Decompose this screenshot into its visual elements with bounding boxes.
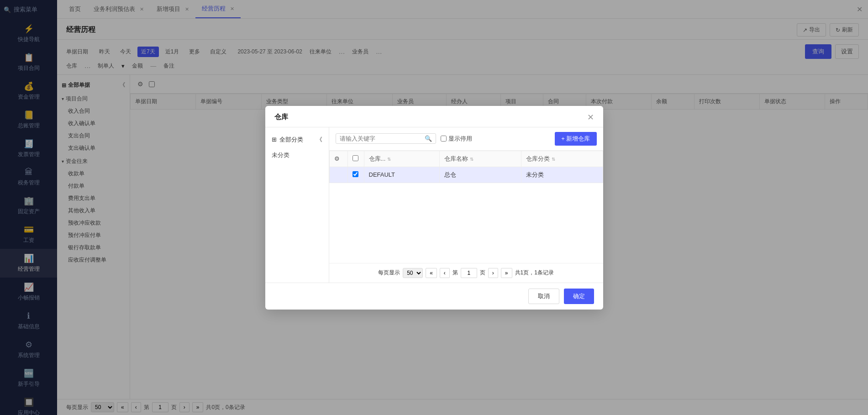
modal-search-icon: 🔍 xyxy=(425,135,432,142)
modal-page-pre: 第 xyxy=(452,269,458,277)
modal-row-name: 总仓 xyxy=(440,167,521,183)
modal-row-settings xyxy=(329,167,347,183)
modal-row-category: 未分类 xyxy=(521,167,603,183)
modal-col-category: 仓库分类 ⇅ xyxy=(521,151,603,167)
modal-first-btn[interactable]: « xyxy=(426,268,437,278)
warehouse-modal: 仓库 ✕ ⊞全部分类《未分类 🔍 显示停用 + 新增仓 xyxy=(265,106,603,310)
modal-close-btn[interactable]: ✕ xyxy=(587,112,594,122)
modal-page-input[interactable] xyxy=(461,268,477,278)
modal-per-page-select[interactable]: 50 xyxy=(403,268,423,278)
grid-icon-modal: ⊞ xyxy=(272,136,277,143)
modal-row-checkbox[interactable] xyxy=(347,167,364,183)
modal-pagination: 每页显示 50 « ‹ 第 页 › » 共1页，1条记录 xyxy=(329,263,603,283)
cancel-btn[interactable]: 取消 xyxy=(528,289,559,304)
modal-toolbar: 🔍 显示停用 + 新增仓库 xyxy=(329,127,603,151)
modal-search[interactable]: 🔍 xyxy=(336,133,436,144)
modal-col-code: 仓库... ⇅ xyxy=(364,151,440,167)
modal-search-input[interactable] xyxy=(340,135,425,142)
modal-row-code: DEFAULT xyxy=(364,167,440,183)
modal-next-btn[interactable]: › xyxy=(488,268,498,278)
modal-table-row[interactable]: DEFAULT 总仓 未分类 xyxy=(329,167,603,183)
modal-title: 仓库 xyxy=(274,113,288,121)
modal-select-all[interactable] xyxy=(352,155,358,161)
modal-table: ⚙ 仓库... ⇅ 仓库名称 ⇅ 仓库分类 ⇅ xyxy=(329,151,603,183)
show-disabled-checkbox-wrap[interactable]: 显示停用 xyxy=(441,135,472,143)
modal-body: ⊞全部分类《未分类 🔍 显示停用 + 新增仓库 xyxy=(265,127,603,283)
modal-collapse-icon[interactable]: 《 xyxy=(316,136,322,144)
modal-left-panel: ⊞全部分类《未分类 xyxy=(265,127,329,283)
modal-overlay: 仓库 ✕ ⊞全部分类《未分类 🔍 显示停用 + 新增仓 xyxy=(0,0,868,415)
confirm-btn[interactable]: 确定 xyxy=(564,289,594,304)
show-disabled-checkbox[interactable] xyxy=(441,136,447,142)
add-warehouse-btn[interactable]: + 新增仓库 xyxy=(555,132,596,146)
modal-total-text: 共1页，1条记录 xyxy=(515,269,554,277)
modal-col-name: 仓库名称 ⇅ xyxy=(440,151,521,167)
modal-all-category: 全部分类 xyxy=(279,136,303,144)
modal-page-label: 页 xyxy=(480,269,485,277)
modal-last-btn[interactable]: » xyxy=(501,268,512,278)
modal-header: 仓库 ✕ xyxy=(265,106,603,127)
modal-left-header[interactable]: ⊞全部分类《 xyxy=(265,132,329,147)
modal-col-settings: ⚙ xyxy=(329,151,347,167)
modal-footer: 取消 确定 xyxy=(265,283,603,310)
modal-right-panel: 🔍 显示停用 + 新增仓库 ⚙ xyxy=(329,127,603,283)
modal-left-item-未分类[interactable]: 未分类 xyxy=(265,147,329,163)
modal-per-page-label: 每页显示 xyxy=(378,269,400,277)
modal-prev-btn[interactable]: ‹ xyxy=(440,268,450,278)
modal-col-checkbox xyxy=(347,151,364,167)
modal-table-container: ⚙ 仓库... ⇅ 仓库名称 ⇅ 仓库分类 ⇅ xyxy=(329,151,603,263)
show-disabled-label: 显示停用 xyxy=(448,135,472,143)
